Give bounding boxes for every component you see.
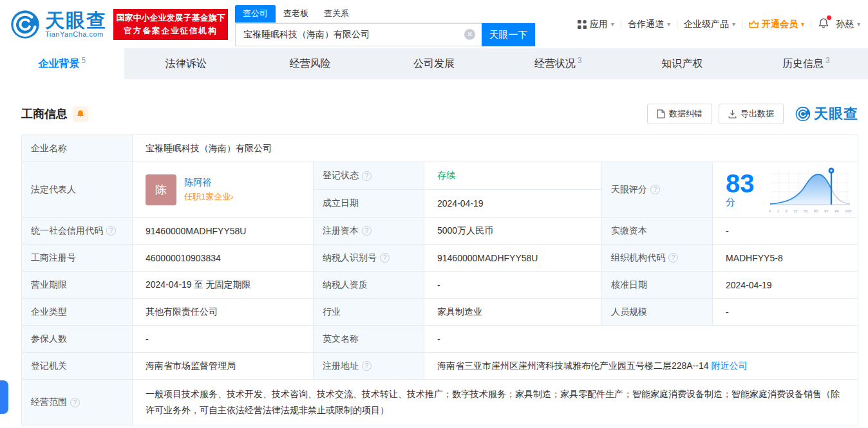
tab-label: 知识产权 (661, 57, 703, 71)
table-row: 工商注册号 460000010903834 纳税人识别号 ? 91460000M… (22, 245, 858, 272)
score-unit: 分 (726, 196, 735, 207)
reg-address-label: 注册地址 ? (314, 353, 424, 380)
score-number: 83 (726, 169, 755, 198)
table-row: 登记机关 海南省市场监督管理局 注册地址 ? 海南省三亚市崖州区崖州湾科技城雅布… (22, 353, 858, 380)
reg-authority-value: 海南省市场监督管理局 (133, 353, 314, 380)
org-code-label: 组织机构代码 ? (602, 245, 713, 272)
help-icon[interactable]: ? (650, 185, 660, 194)
reg-number-value: 460000010903834 (133, 245, 314, 272)
nav-enterprise-products[interactable]: 企业级产品 ▾ (684, 19, 735, 30)
tab-operating-status[interactable]: 经营状况 3 (496, 48, 620, 79)
caret-down-icon: ▾ (611, 21, 614, 28)
download-icon (728, 109, 737, 118)
logo-subtitle: TianYanCha.com (45, 30, 107, 38)
help-icon[interactable]: ? (362, 171, 372, 181)
nearby-companies-link[interactable]: 附近公司 (711, 360, 747, 372)
reg-number-label: 工商注册号 (22, 245, 133, 272)
taxpayer-id-value: 91460000MADHFYY58U (424, 245, 602, 272)
tab-label: 企业背景 (38, 57, 79, 71)
table-row: 法定代表人 陈 陈阿裕 任职1家企业› 登记状态 ? 存续 成立日期 2024-… (22, 162, 858, 218)
help-icon[interactable]: ? (380, 253, 390, 263)
tab-company-development[interactable]: 公司发展 (372, 48, 496, 79)
company-name-value: 宝褓睡眠科技（海南）有限公司 (133, 135, 858, 162)
nav-apps[interactable]: 应用 ▾ (578, 19, 614, 30)
export-data-button[interactable]: 导出数据 (719, 104, 784, 124)
company-section-tabs: 企业背景 5 法律诉讼 经营风险 公司发展 经营状况 3 知识产权 历史信息 3 (0, 48, 868, 79)
company-type-label: 企业类型 (22, 299, 133, 326)
tianyancha-watermark: 天眼查 (795, 104, 858, 124)
nav-divider (811, 20, 811, 29)
paid-capital-value: - (713, 218, 858, 245)
business-scope-label: 经营范围 ? (22, 380, 133, 425)
legal-rep-label: 法定代表人 (22, 162, 133, 218)
document-icon (657, 109, 665, 118)
nav-user[interactable]: 孙慈 ▾ (836, 19, 860, 30)
nav-divider (621, 20, 621, 29)
help-icon[interactable]: ? (106, 226, 116, 236)
logo-title: 天眼查 (45, 11, 107, 30)
search-tab-relation[interactable]: 查关系 (316, 5, 357, 23)
legal-rep-name-link[interactable]: 陈阿裕 (184, 177, 234, 189)
search-button[interactable]: 天眼一下 (482, 23, 535, 46)
reg-status-label: 登记状态 ? (314, 162, 424, 190)
table-row: 参保人数 - 英文名称 - (22, 326, 858, 353)
tab-legal-proceedings[interactable]: 法律诉讼 (124, 48, 249, 79)
official-badge: 国家中小企业发展子基金旗下 官方备案企业征信机构 (113, 9, 228, 40)
nav-vip-upgrade[interactable]: 开通会员 ▾ (749, 19, 804, 30)
industry-value: 家具制造业 (424, 299, 602, 326)
notifications-bell[interactable] (818, 17, 829, 31)
legal-rep-value: 陈 陈阿裕 任职1家企业› (133, 162, 314, 218)
industry-label: 行业 (314, 299, 424, 326)
legal-rep-companies-link[interactable]: 任职1家企业› (184, 191, 234, 203)
watermark-label: 天眼查 (814, 104, 858, 124)
score-value-cell[interactable]: 83分 (713, 162, 858, 218)
help-icon[interactable]: ? (362, 361, 372, 371)
tab-operational-risk[interactable]: 经营风险 (248, 48, 372, 79)
taxpayer-quality-value: - (424, 272, 602, 299)
search-tab-company[interactable]: 查公司 (235, 5, 276, 23)
reg-capital-value: 5000万人民币 (424, 218, 602, 245)
business-term-value: 2024-04-19 至 无固定期限 (133, 272, 314, 299)
floating-widget-tab[interactable] (0, 380, 8, 414)
alert-bell-icon (76, 109, 85, 118)
tianyancha-logo[interactable]: 天眼查 TianYanCha.com (10, 10, 107, 39)
tab-label: 历史信息 (782, 57, 824, 71)
tab-history-info[interactable]: 历史信息 3 (744, 48, 868, 79)
data-correction-button[interactable]: 数据纠错 (647, 104, 712, 124)
credit-code-value: 91460000MADHFYY58U (133, 218, 314, 245)
establish-date-value: 2024-04-19 (424, 190, 602, 218)
help-icon[interactable]: ? (668, 253, 678, 263)
org-code-value: MADHFYY5-8 (713, 245, 858, 272)
score-label: 天眼评分 ? (602, 162, 713, 218)
help-icon[interactable]: ? (362, 226, 372, 236)
nav-vip-label: 开通会员 (762, 19, 798, 30)
legal-rep-avatar[interactable]: 陈 (146, 174, 176, 205)
approval-date-value: 2024-04-19 (713, 272, 858, 299)
search-tab-boss[interactable]: 查老板 (276, 5, 316, 23)
help-icon[interactable]: ? (70, 398, 80, 407)
english-name-value: - (424, 326, 858, 353)
top-nav: 应用 ▾ 合作通道 ▾ 企业级产品 ▾ 开通会员 ▾ (578, 0, 860, 48)
taxpayer-id-label: 纳税人识别号 ? (314, 245, 424, 272)
caret-down-icon: ▾ (801, 21, 804, 28)
nav-cooperation-label: 合作通道 (628, 19, 664, 30)
chevron-right-icon: › (231, 192, 233, 201)
nav-user-name: 孙慈 (836, 19, 854, 30)
reg-status-value: 存续 (424, 162, 602, 190)
subscribe-bell-button[interactable] (73, 106, 88, 122)
tab-label: 公司发展 (413, 57, 455, 71)
caret-down-icon: ▾ (857, 21, 860, 28)
tab-intellectual-property[interactable]: 知识产权 (620, 48, 744, 79)
nav-cooperation[interactable]: 合作通道 ▾ (628, 19, 670, 30)
score-chart-ticks: 0131550859799100 (768, 209, 853, 213)
search-input[interactable] (235, 23, 482, 46)
score-distribution-chart: 0131550859799100 (768, 166, 853, 213)
clear-search-icon[interactable]: ✕ (464, 29, 475, 40)
establish-date-label: 成立日期 (314, 190, 424, 218)
table-row: 经营范围 ? 一般项目技术服务、技术开发、技术咨询、技术交流、技术转让、技术推广… (22, 380, 858, 425)
taxpayer-quality-label: 纳税人资质 (314, 272, 424, 299)
company-type-value: 其他有限责任公司 (133, 299, 314, 326)
tab-company-background[interactable]: 企业背景 5 (0, 48, 124, 79)
nav-divider (677, 20, 677, 29)
tab-label: 经营状况 (534, 57, 576, 71)
